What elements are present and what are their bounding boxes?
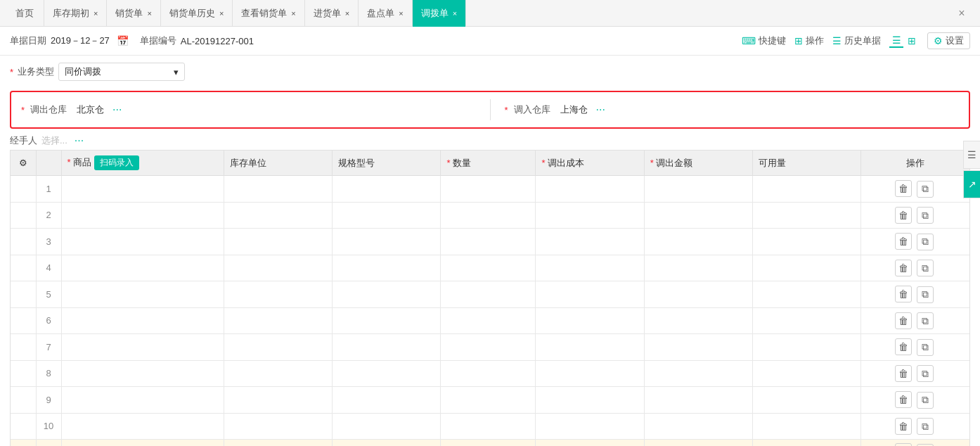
warehouse-in-dots[interactable]: ··· xyxy=(593,103,608,116)
tab-transfer-close[interactable]: × xyxy=(453,9,457,18)
row-copy-btn[interactable]: ⧉ xyxy=(917,418,934,435)
tab-sales-order-close[interactable]: × xyxy=(147,9,151,18)
row-qty[interactable] xyxy=(441,387,536,414)
shortcut-action[interactable]: ⌨ 快捷键 xyxy=(742,34,786,47)
tab-check-sales-close[interactable]: × xyxy=(291,9,295,18)
row-trash-btn[interactable]: 🗑 xyxy=(895,233,912,250)
tab-inventory-init[interactable]: 库存期初 × xyxy=(44,0,107,27)
row-copy-btn[interactable]: ⧉ xyxy=(917,207,934,224)
row-copy-btn[interactable]: ⧉ xyxy=(917,181,934,198)
row-copy-btn[interactable]: ⧉ xyxy=(917,286,934,303)
business-type-select[interactable]: 同价调拨 ▾ xyxy=(58,63,185,81)
row-qty[interactable] xyxy=(441,202,536,229)
row-unit[interactable] xyxy=(224,281,332,308)
row-spec[interactable] xyxy=(333,229,441,255)
layout-grid-icon[interactable]: ⊞ xyxy=(905,34,919,48)
row-amount[interactable] xyxy=(644,387,752,414)
row-qty[interactable] xyxy=(441,176,536,203)
row-amount[interactable] xyxy=(644,202,752,229)
row-qty[interactable] xyxy=(441,307,536,334)
row-unit[interactable] xyxy=(224,176,332,203)
row-product[interactable] xyxy=(61,307,224,334)
row-amount[interactable] xyxy=(644,229,752,255)
row-amount[interactable] xyxy=(644,334,752,361)
row-amount[interactable] xyxy=(644,413,752,440)
row-product[interactable] xyxy=(61,281,224,308)
row-amount[interactable] xyxy=(644,176,752,203)
row-product[interactable] xyxy=(61,176,224,203)
row-qty[interactable] xyxy=(441,360,536,387)
side-external-button[interactable]: ↗ xyxy=(963,170,980,198)
row-trash-btn[interactable]: 🗑 xyxy=(895,286,912,302)
tab-sales-history-close[interactable]: × xyxy=(219,9,224,18)
row-trash-btn[interactable]: 🗑 xyxy=(895,180,912,197)
handler-dots[interactable]: ··· xyxy=(72,134,86,147)
row-qty[interactable] xyxy=(441,281,536,308)
scan-button[interactable]: 扫码录入 xyxy=(94,155,139,170)
history-action[interactable]: ☰ 历史单据 xyxy=(832,34,881,47)
row-copy-btn[interactable]: ⧉ xyxy=(917,234,934,250)
row-copy-btn[interactable]: ⧉ xyxy=(917,260,934,276)
operations-action[interactable]: ⊞ 操作 xyxy=(794,34,824,47)
row-unit[interactable] xyxy=(224,202,332,229)
row-cost[interactable] xyxy=(536,387,644,414)
col-gear[interactable]: ⚙ xyxy=(11,151,36,176)
row-trash-btn[interactable]: 🗑 xyxy=(895,260,912,276)
row-cost[interactable] xyxy=(536,202,644,229)
row-spec[interactable] xyxy=(333,360,441,387)
tab-home[interactable]: 首页 xyxy=(6,0,44,27)
row-cost[interactable] xyxy=(536,307,644,334)
tab-inventory-init-close[interactable]: × xyxy=(94,9,98,18)
row-unit[interactable] xyxy=(224,413,332,440)
row-amount[interactable] xyxy=(644,255,752,281)
row-copy-btn[interactable]: ⧉ xyxy=(917,312,934,329)
row-copy-btn[interactable]: ⧉ xyxy=(917,339,934,356)
row-spec[interactable] xyxy=(333,202,441,229)
row-unit[interactable] xyxy=(224,307,332,334)
row-unit[interactable] xyxy=(224,334,332,361)
row-qty[interactable] xyxy=(441,255,536,281)
row-spec[interactable] xyxy=(333,281,441,308)
row-spec[interactable] xyxy=(333,255,441,281)
row-trash-btn[interactable]: 🗑 xyxy=(895,312,912,329)
row-copy-btn[interactable]: ⧉ xyxy=(917,392,934,409)
warehouse-out-dots[interactable]: ··· xyxy=(110,103,124,116)
row-cost[interactable] xyxy=(536,334,644,361)
tab-purchase-order-close[interactable]: × xyxy=(345,9,349,18)
row-unit[interactable] xyxy=(224,360,332,387)
row-unit[interactable] xyxy=(224,255,332,281)
row-cost[interactable] xyxy=(536,176,644,203)
row-cost[interactable] xyxy=(536,255,644,281)
row-spec[interactable] xyxy=(333,413,441,440)
row-cost[interactable] xyxy=(536,360,644,387)
calendar-icon[interactable]: 📅 xyxy=(117,35,129,46)
row-spec[interactable] xyxy=(333,307,441,334)
tab-purchase-order[interactable]: 进货单 × xyxy=(305,0,359,27)
row-product[interactable] xyxy=(61,334,224,361)
row-amount[interactable] xyxy=(644,360,752,387)
subtotal-trash-btn[interactable]: 🗑 xyxy=(895,443,912,446)
tab-stocktake-close[interactable]: × xyxy=(399,9,403,18)
row-copy-btn[interactable]: ⧉ xyxy=(917,365,934,382)
row-product[interactable] xyxy=(61,202,224,229)
subtotal-copy-btn[interactable]: ⧉ xyxy=(917,444,934,447)
row-qty[interactable] xyxy=(441,229,536,255)
tab-check-sales[interactable]: 查看销货单 × xyxy=(233,0,304,27)
row-unit[interactable] xyxy=(224,229,332,255)
tab-sales-history[interactable]: 销货单历史 × xyxy=(161,0,233,27)
row-trash-btn[interactable]: 🗑 xyxy=(895,338,912,355)
tab-transfer[interactable]: 调拨单 × xyxy=(413,0,466,27)
row-trash-btn[interactable]: 🗑 xyxy=(895,418,912,435)
side-list-button[interactable]: ☰ xyxy=(963,141,980,169)
row-product[interactable] xyxy=(61,387,224,414)
row-amount[interactable] xyxy=(644,281,752,308)
row-amount[interactable] xyxy=(644,307,752,334)
row-spec[interactable] xyxy=(333,176,441,203)
row-qty[interactable] xyxy=(441,334,536,361)
row-product[interactable] xyxy=(61,360,224,387)
window-close-button[interactable]: × xyxy=(949,1,974,26)
row-trash-btn[interactable]: 🗑 xyxy=(895,391,912,408)
row-unit[interactable] xyxy=(224,387,332,414)
row-spec[interactable] xyxy=(333,334,441,361)
row-spec[interactable] xyxy=(333,387,441,414)
